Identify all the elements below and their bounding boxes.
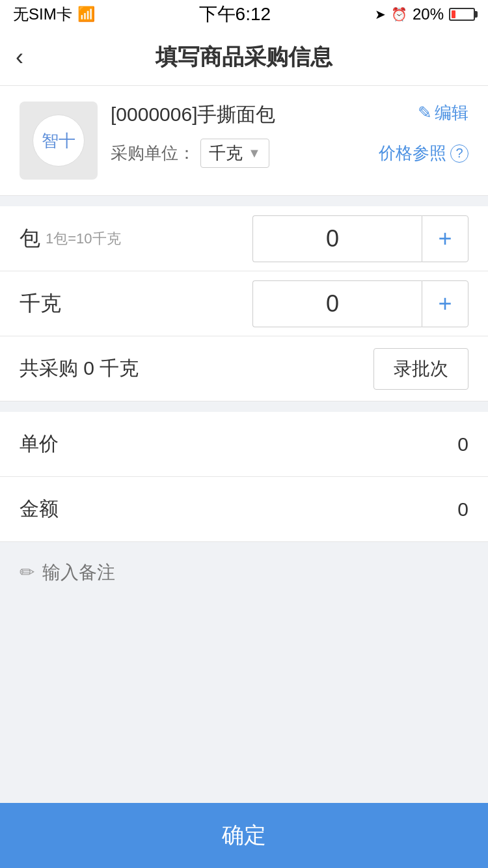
quantity-row-bags: 包 1包=10千克 + [0, 206, 488, 271]
unit-price-value: 0 [457, 433, 468, 455]
plus-icon-bags: + [438, 225, 452, 252]
amount-row: 金额 0 [0, 477, 488, 542]
product-unit-row: 采购单位： 千克 ▼ 价格参照 ? [111, 139, 468, 168]
quantity-plus-bags[interactable]: + [422, 215, 468, 262]
record-batch-label: 录批次 [394, 359, 448, 379]
quantity-label-bags: 包 [20, 224, 40, 253]
quantity-input-wrap-bags: + [121, 215, 468, 262]
unit-price-label: 单价 [20, 431, 59, 457]
price-ref-label: 价格参照 [379, 142, 446, 165]
battery-percent: 20% [413, 5, 444, 23]
dropdown-icon: ▼ [248, 146, 261, 161]
section-divider-2 [0, 401, 488, 412]
amount-value: 0 [457, 498, 468, 521]
total-text: 共采购 0 千克 [20, 355, 139, 382]
unit-value: 千克 [209, 142, 243, 165]
remark-section: ✏ [0, 542, 488, 603]
plus-icon-kg: + [438, 290, 452, 318]
product-card: 智十 [0000006]手撕面包 ✎ 编辑 采购单位： 千克 ▼ 价格参照 ? [0, 86, 488, 196]
logo-text: 智十 [42, 129, 75, 152]
page-title: 填写商品采购信息 [156, 42, 332, 72]
wifi-icon: 📶 [77, 6, 95, 23]
unit-price-row: 单价 0 [0, 412, 488, 477]
edit-button[interactable]: ✎ 编辑 [418, 102, 468, 124]
status-left: 无SIM卡 📶 [13, 4, 95, 25]
price-reference-button[interactable]: 价格参照 ? [379, 142, 468, 165]
help-icon: ? [450, 144, 468, 163]
pencil-icon: ✏ [20, 562, 34, 583]
product-name: [0000006]手撕面包 [111, 102, 418, 128]
edit-icon: ✎ [418, 103, 432, 123]
total-amount-value: 0 [83, 357, 94, 379]
status-bar: 无SIM卡 📶 下午6:12 ➤ ⏰ 20% [0, 0, 488, 29]
quantity-input-bags[interactable] [252, 215, 422, 262]
edit-label: 编辑 [435, 102, 468, 124]
product-image: 智十 [20, 102, 98, 180]
total-unit-value: 千克 [100, 357, 139, 379]
section-divider-1 [0, 196, 488, 206]
quantity-row-kg: 千克 + [0, 271, 488, 336]
confirm-bar[interactable]: 确定 [0, 803, 488, 868]
record-batch-button[interactable]: 录批次 [373, 348, 468, 390]
quantity-input-kg[interactable] [252, 280, 422, 327]
product-header: [0000006]手撕面包 ✎ 编辑 [111, 102, 468, 128]
status-time: 下午6:12 [199, 2, 271, 27]
unit-prefix-label: 采购单位： [111, 142, 195, 165]
alarm-icon: ⏰ [391, 7, 407, 22]
product-logo: 智十 [33, 115, 85, 167]
quantity-input-wrap-kg: + [61, 280, 468, 327]
product-info: [0000006]手撕面包 ✎ 编辑 采购单位： 千克 ▼ 价格参照 ? [111, 102, 468, 168]
carrier-label: 无SIM卡 [13, 4, 72, 25]
unit-select[interactable]: 千克 ▼ [200, 139, 269, 168]
nav-bar: ‹ 填写商品采购信息 [0, 29, 488, 86]
status-right: ➤ ⏰ 20% [375, 5, 475, 23]
battery-icon [449, 8, 475, 21]
quantity-section: 包 1包=10千克 + 千克 + [0, 206, 488, 336]
remark-input[interactable] [42, 562, 468, 583]
location-icon: ➤ [375, 7, 386, 22]
total-row: 共采购 0 千克 录批次 [0, 336, 488, 401]
quantity-plus-kg[interactable]: + [422, 280, 468, 327]
amount-label: 金额 [20, 496, 59, 522]
confirm-button-label: 确定 [222, 821, 266, 850]
quantity-label-kg: 千克 [20, 290, 61, 318]
back-button[interactable]: ‹ [16, 44, 23, 71]
main-content-area [0, 603, 488, 798]
quantity-sublabel-bags: 1包=10千克 [46, 229, 121, 249]
price-section: 单价 0 金额 0 [0, 412, 488, 542]
total-prefix: 共采购 [20, 357, 78, 379]
